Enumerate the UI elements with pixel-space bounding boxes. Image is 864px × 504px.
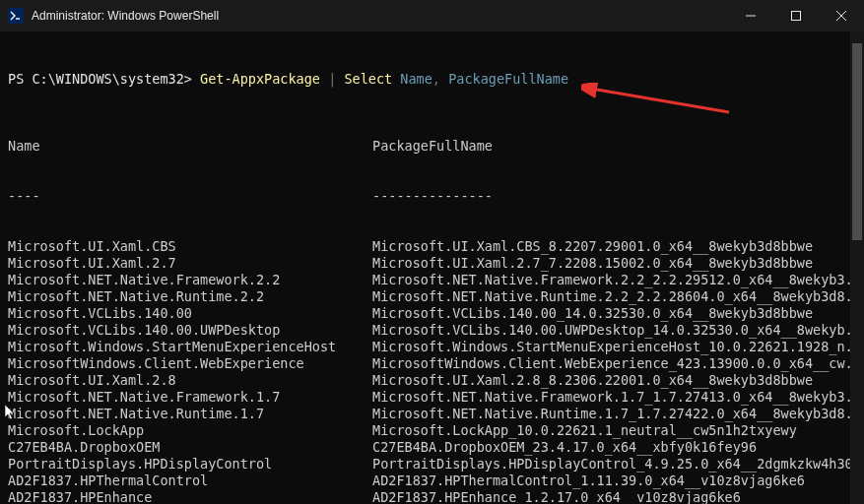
svg-line-5 xyxy=(591,89,729,112)
close-button[interactable] xyxy=(819,0,864,32)
cell-name: Microsoft.NET.Native.Framework.2.2 xyxy=(8,272,372,288)
cell-name: Microsoft.NET.Native.Runtime.2.2 xyxy=(8,288,372,305)
vertical-scrollbar[interactable] xyxy=(850,32,864,504)
cell-packagefullname: PortraitDisplays.HPDisplayControl_4.9.25… xyxy=(372,456,856,472)
cell-packagefullname: Microsoft.UI.Xaml.CBS_8.2207.29001.0_x64… xyxy=(372,238,856,255)
table-row: MicrosoftWindows.Client.WebExperienceMic… xyxy=(8,355,856,372)
minimize-button[interactable] xyxy=(728,0,773,32)
cell-packagefullname: MicrosoftWindows.Client.WebExperience_42… xyxy=(372,355,856,372)
table-row: AD2F1837.HPThermalControlAD2F1837.HPTher… xyxy=(8,472,856,489)
cell-packagefullname: Microsoft.VCLibs.140.00_14.0.32530.0_x64… xyxy=(372,305,856,322)
cell-packagefullname: Microsoft.VCLibs.140.00.UWPDesktop_14.0.… xyxy=(372,322,856,339)
table-row: Microsoft.UI.Xaml.CBSMicrosoft.UI.Xaml.C… xyxy=(8,238,856,255)
table-row: Microsoft.UI.Xaml.2.8Microsoft.UI.Xaml.2… xyxy=(8,372,856,389)
table-header: NamePackageFullName xyxy=(8,138,856,155)
annotation-arrow-icon xyxy=(581,83,739,122)
cell-name: Microsoft.Windows.StartMenuExperienceHos… xyxy=(8,339,372,355)
table-row: Microsoft.UI.Xaml.2.7Microsoft.UI.Xaml.2… xyxy=(8,255,856,272)
window-title: Administrator: Windows PowerShell xyxy=(32,9,219,23)
cell-name: Microsoft.UI.Xaml.CBS xyxy=(8,238,372,255)
underline-name: ---- xyxy=(8,188,372,205)
arg-name: Name xyxy=(400,71,432,87)
cell-packagefullname: AD2F1837.HPEnhance_1.2.17.0_x64__v10z8vj… xyxy=(372,489,856,504)
svg-rect-0 xyxy=(8,8,24,24)
cmdlet-2: Select xyxy=(344,71,392,87)
table-row: Microsoft.NET.Native.Runtime.1.7Microsof… xyxy=(8,406,856,422)
table-row: Microsoft.LockAppMicrosoft.LockApp_10.0.… xyxy=(8,422,856,439)
header-packagefullname: PackageFullName xyxy=(372,138,856,155)
cell-packagefullname: Microsoft.NET.Native.Framework.2.2_2.2.2… xyxy=(372,272,856,288)
table-row: Microsoft.VCLibs.140.00Microsoft.VCLibs.… xyxy=(8,305,856,322)
table-row: Microsoft.NET.Native.Runtime.2.2Microsof… xyxy=(8,288,856,305)
underline-full: --------------- xyxy=(372,188,856,205)
table-row: AD2F1837.HPEnhanceAD2F1837.HPEnhance_1.2… xyxy=(8,489,856,504)
powershell-window: Administrator: Windows PowerShell PS C:\… xyxy=(0,0,864,504)
cell-name: MicrosoftWindows.Client.WebExperience xyxy=(8,355,372,372)
arg-packagefullname: PackageFullName xyxy=(448,71,568,87)
comma: , xyxy=(432,71,440,87)
prompt-prefix: PS C:\WINDOWS\system32> xyxy=(8,71,192,87)
cell-packagefullname: Microsoft.Windows.StartMenuExperienceHos… xyxy=(372,339,856,355)
header-name: Name xyxy=(8,138,372,155)
cell-name: AD2F1837.HPEnhance xyxy=(8,489,372,504)
maximize-button[interactable] xyxy=(773,0,819,32)
cell-name: Microsoft.NET.Native.Runtime.1.7 xyxy=(8,406,372,422)
cell-name: Microsoft.NET.Native.Framework.1.7 xyxy=(8,389,372,406)
cell-packagefullname: Microsoft.NET.Native.Runtime.2.2_2.2.286… xyxy=(372,288,856,305)
cell-name: Microsoft.UI.Xaml.2.7 xyxy=(8,255,372,272)
table-row: Microsoft.NET.Native.Framework.2.2Micros… xyxy=(8,272,856,288)
terminal-content[interactable]: PS C:\WINDOWS\system32> Get-AppxPackage … xyxy=(0,32,864,504)
scrollbar-thumb[interactable] xyxy=(852,43,862,240)
table-row: Microsoft.Windows.StartMenuExperienceHos… xyxy=(8,339,856,355)
titlebar[interactable]: Administrator: Windows PowerShell xyxy=(0,0,864,32)
cell-name: Microsoft.UI.Xaml.2.8 xyxy=(8,372,372,389)
cell-packagefullname: AD2F1837.HPThermalControl_1.11.39.0_x64_… xyxy=(372,472,856,489)
cell-packagefullname: Microsoft.UI.Xaml.2.8_8.2306.22001.0_x64… xyxy=(372,372,856,389)
table-row: Microsoft.NET.Native.Framework.1.7Micros… xyxy=(8,389,856,406)
cell-name: Microsoft.VCLibs.140.00.UWPDesktop xyxy=(8,322,372,339)
cell-name: AD2F1837.HPThermalControl xyxy=(8,472,372,489)
table-row: C27EB4BA.DropboxOEMC27EB4BA.DropboxOEM_2… xyxy=(8,439,856,456)
powershell-icon xyxy=(8,8,24,24)
cell-name: Microsoft.VCLibs.140.00 xyxy=(8,305,372,322)
cell-packagefullname: Microsoft.UI.Xaml.2.7_7.2208.15002.0_x64… xyxy=(372,255,856,272)
cell-packagefullname: Microsoft.NET.Native.Runtime.1.7_1.7.274… xyxy=(372,406,856,422)
cell-packagefullname: Microsoft.NET.Native.Framework.1.7_1.7.2… xyxy=(372,389,856,406)
cell-name: C27EB4BA.DropboxOEM xyxy=(8,439,372,456)
table-row: Microsoft.VCLibs.140.00.UWPDesktopMicros… xyxy=(8,322,856,339)
cell-packagefullname: Microsoft.LockApp_10.0.22621.1_neutral__… xyxy=(372,422,856,439)
cell-packagefullname: C27EB4BA.DropboxOEM_23.4.17.0_x64__xbfy0… xyxy=(372,439,856,456)
table-header-underline: ------------------- xyxy=(8,188,856,205)
pipe: | xyxy=(328,71,336,87)
cmdlet-1: Get-AppxPackage xyxy=(200,71,320,87)
svg-rect-2 xyxy=(792,12,801,21)
cell-name: PortraitDisplays.HPDisplayControl xyxy=(8,456,372,472)
table-row: PortraitDisplays.HPDisplayControlPortrai… xyxy=(8,456,856,472)
cell-name: Microsoft.LockApp xyxy=(8,422,372,439)
prompt-line: PS C:\WINDOWS\system32> Get-AppxPackage … xyxy=(8,71,856,88)
